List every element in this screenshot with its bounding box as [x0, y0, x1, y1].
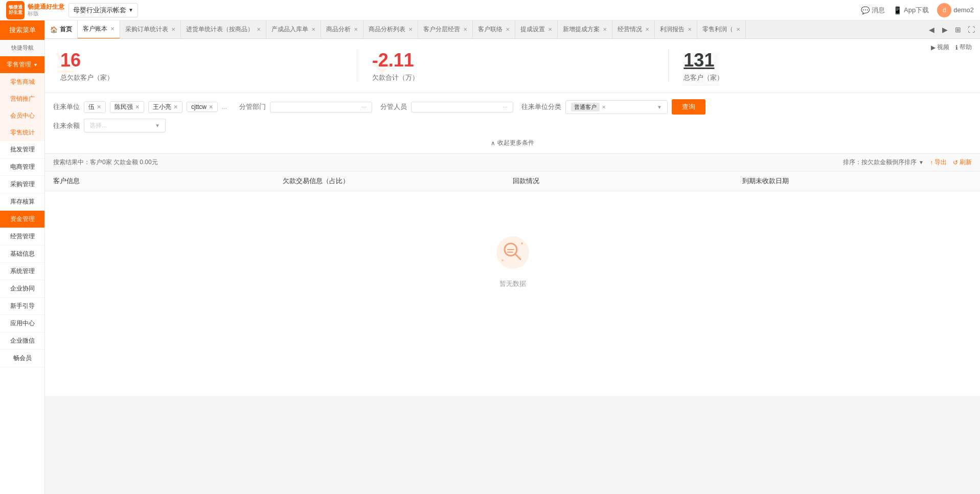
sidebar-item-member[interactable]: 会员中心 — [0, 107, 44, 124]
manager-selector[interactable]: ⋯ — [411, 102, 513, 113]
svg-point-5 — [521, 242, 523, 244]
stat-card-credit-total: ✦ -2.11 欠款合计（万） — [357, 39, 669, 93]
tab-purchase-orders[interactable]: 采购订单统计表 ✕ — [120, 20, 181, 39]
sidebar-search[interactable]: 搜索菜单 — [0, 20, 44, 40]
tab-production-inbound[interactable]: 产成品入库单 ✕ — [266, 20, 321, 39]
tab-close-customer-segment[interactable]: ✕ — [463, 27, 467, 32]
tab-profit-report[interactable]: 利润报告 ✕ — [655, 20, 697, 39]
tab-close-product-analysis-list[interactable]: ✕ — [408, 27, 413, 32]
tag-close-unit-classify[interactable]: ✕ — [602, 104, 606, 110]
balance-selector[interactable]: 选择... ▼ — [84, 119, 166, 132]
export-button[interactable]: ↑ 导出 — [930, 158, 947, 167]
sidebar-item-purchase[interactable]: 采购管理 — [0, 176, 44, 193]
tab-customer-segment[interactable]: 客户分层经营 ✕ — [418, 20, 473, 39]
tab-close-operations[interactable]: ✕ — [645, 27, 649, 32]
refresh-button[interactable]: ↺ 刷新 — [953, 158, 972, 167]
tab-next-button[interactable]: ▶ — [939, 24, 950, 35]
tab-close-customer-contact[interactable]: ✕ — [506, 27, 510, 32]
help-button[interactable]: ℹ 帮助 — [955, 43, 972, 52]
tab-product-analysis[interactable]: 商品分析 ✕ — [321, 20, 363, 39]
sidebar-item-system[interactable]: 系统管理 — [0, 263, 44, 280]
sidebar-item-ecommerce[interactable]: 电商管理 — [0, 159, 44, 176]
sidebar-item-finance[interactable]: 资金管理 — [0, 211, 44, 228]
chevron-up-icon: ∧ — [491, 140, 495, 147]
tab-close-retail-profit[interactable]: ✕ — [736, 27, 740, 32]
logo-icon: 畅捷通好生意 — [6, 1, 25, 19]
tab-home[interactable]: 🏠 首页 — [45, 20, 78, 39]
avatar: d — [937, 3, 951, 17]
app-download-icon: 📱 — [893, 6, 902, 14]
sidebar-item-retail-stats[interactable]: 零售统计 — [0, 124, 44, 141]
stat-bg-icon-2: ✦ — [367, 45, 397, 87]
sidebar-item-app-center[interactable]: 应用中心 — [0, 315, 44, 332]
video-icon: ▶ — [931, 44, 936, 51]
stat-bg-icon-3: 🏢 — [678, 45, 723, 87]
tag-close-chen[interactable]: ✕ — [135, 104, 140, 110]
search-results-bar: 搜索结果中：客户0家 欠款金额 0.00元 排序：按欠款金额倒序排序 ▼ ↑ 导… — [45, 154, 980, 171]
tab-retail-profit[interactable]: 零售利润（ ✕ — [697, 20, 746, 39]
tab-product-analysis-list[interactable]: 商品分析列表 ✕ — [363, 20, 418, 39]
sidebar-item-enterprise-wechat[interactable]: 企业微信 — [0, 332, 44, 350]
tab-close-production-inbound[interactable]: ✕ — [311, 27, 315, 32]
message-button[interactable]: 💬 消息 — [861, 6, 885, 15]
message-icon: 💬 — [861, 6, 870, 14]
tab-close-incoming-stats[interactable]: ✕ — [257, 27, 261, 32]
tab-close-customer-accounts[interactable]: ✕ — [110, 26, 115, 32]
sidebar-item-new-guide[interactable]: 新手引导 — [0, 298, 44, 315]
home-icon: 🏠 — [50, 26, 58, 33]
tag-close-cjttcw[interactable]: ✕ — [209, 104, 213, 110]
tab-new-achievement[interactable]: 新增提成方案 ✕ — [558, 20, 612, 39]
top-bar: 畅捷通好生意 畅捷通好生意 标版 母婴行业演示帐套 ▼ 💬 消息 📱 App下载… — [0, 0, 980, 20]
sort-label: 排序：按欠款金额倒序排序 — [843, 158, 917, 167]
tab-expand-button[interactable]: ⊞ — [952, 24, 964, 35]
sidebar-item-wholesale[interactable]: 批发管理 — [0, 141, 44, 159]
page-top-actions: ▶ 视频 ℹ 帮助 — [931, 43, 972, 52]
org-selector[interactable]: 母婴行业演示帐套 ▼ — [69, 3, 138, 17]
app-download-button[interactable]: 📱 App下载 — [893, 6, 929, 15]
unit-classify-selector[interactable]: 普通客户 ✕ ▼ — [565, 100, 668, 114]
tag-close-wu[interactable]: ✕ — [97, 104, 101, 110]
tab-prev-button[interactable]: ◀ — [926, 24, 937, 35]
tab-fullscreen-button[interactable]: ⛶ — [966, 24, 977, 35]
filter-tag-cjttcw[interactable]: cjttcw ✕ — [187, 102, 218, 112]
tab-close-purchase-orders[interactable]: ✕ — [171, 27, 175, 32]
tab-customer-accounts[interactable]: 客户账本 ✕ — [78, 20, 120, 39]
tag-close-wang[interactable]: ✕ — [173, 104, 178, 110]
user-profile-button[interactable]: d demo2 — [937, 3, 974, 17]
tab-close-profit-report[interactable]: ✕ — [688, 27, 692, 32]
collapse-button[interactable]: ∧ 收起更多条件 — [53, 137, 972, 149]
tab-reminder-settings[interactable]: 提成设置 ✕ — [515, 20, 558, 39]
query-button[interactable]: 查询 — [672, 99, 705, 115]
tab-incoming-stats[interactable]: 进货单统计表（按商品） ✕ — [181, 20, 266, 39]
sidebar-item-retail[interactable]: 零售管理 ▼ — [0, 56, 44, 74]
chevron-down-icon-mgr: ⋯ — [503, 104, 508, 110]
col-credit-info: 欠款交易信息（占比） — [283, 176, 512, 186]
sidebar-item-operations[interactable]: 经营管理 — [0, 228, 44, 245]
sidebar-item-retail-label: 零售管理 — [7, 60, 31, 69]
sidebar-item-marketing[interactable]: 营销推广 — [0, 91, 44, 107]
dept-selector[interactable]: ⋯ — [270, 102, 372, 113]
svg-point-6 — [502, 259, 504, 261]
sidebar-item-retail-mall[interactable]: 零售商城 — [0, 74, 44, 91]
sidebar-item-quick-nav[interactable]: 快捷导航 — [0, 40, 44, 56]
sort-selector[interactable]: 排序：按欠款金额倒序排序 ▼ — [843, 158, 924, 167]
tab-customer-contact[interactable]: 客户联络 ✕ — [473, 20, 515, 39]
video-button[interactable]: ▶ 视频 — [931, 43, 949, 52]
tab-operations[interactable]: 经营情况 ✕ — [612, 20, 655, 39]
tab-close-product-analysis[interactable]: ✕ — [354, 27, 358, 32]
filter-more-units[interactable]: ... — [222, 103, 227, 110]
col-customer-info: 客户信息 — [53, 176, 283, 186]
tab-close-new-achievement[interactable]: ✕ — [603, 27, 607, 32]
sidebar-item-inventory[interactable]: 库存核算 — [0, 193, 44, 211]
filter-tag-chen[interactable]: 陈民强 ✕ — [110, 101, 144, 113]
tab-close-reminder-settings[interactable]: ✕ — [548, 27, 552, 32]
filter-tag-wu[interactable]: 伍 ✕ — [84, 101, 106, 113]
chevron-down-icon: ▼ — [128, 7, 133, 13]
sidebar-item-basic-info[interactable]: 基础信息 — [0, 245, 44, 263]
stat-bg-icon-1: ¥ — [55, 46, 75, 86]
filter-tag-wang[interactable]: 王小亮 ✕ — [148, 101, 183, 113]
sidebar-item-pro-member[interactable]: 畅会员 — [0, 350, 44, 367]
results-info: 搜索结果中：客户0家 欠款金额 0.00元 — [53, 158, 158, 167]
sidebar-item-enterprise-collab[interactable]: 企业协同 — [0, 280, 44, 298]
table-header: 客户信息 欠款交易信息（占比） 回款情况 到期未收款日期 — [45, 171, 980, 191]
